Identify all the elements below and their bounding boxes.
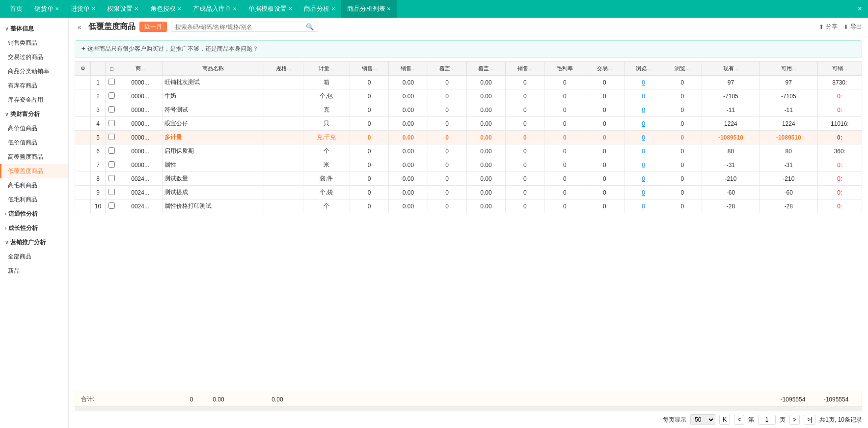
td-browse-a[interactable]: 0 xyxy=(624,186,663,200)
td-checkbox[interactable] xyxy=(106,158,118,172)
th-cover-a[interactable]: 覆盖... xyxy=(428,62,466,76)
browse-link[interactable]: 0 xyxy=(642,162,645,169)
th-trans[interactable]: 交易... xyxy=(585,62,624,76)
td-checkbox[interactable] xyxy=(106,103,118,117)
browse-link[interactable]: 0 xyxy=(642,134,645,141)
sidebar-item-low-value[interactable]: 低价值商品 xyxy=(0,136,68,150)
th-checkbox[interactable]: □ xyxy=(106,62,118,76)
first-page-button[interactable]: K xyxy=(719,415,730,425)
sidebar-collapse-icon[interactable]: « xyxy=(75,22,84,32)
sidebar-group-growth[interactable]: › 成长性分析 xyxy=(0,221,68,235)
row-checkbox[interactable] xyxy=(108,106,115,113)
nav-permissions[interactable]: 权限设置 × xyxy=(101,0,144,18)
th-browse-a[interactable]: 浏览... xyxy=(624,62,663,76)
sidebar-item-new-goods[interactable]: 新品 xyxy=(0,264,68,278)
nav-production[interactable]: 产成品入库单 × xyxy=(187,0,243,18)
sidebar-item-in-stock[interactable]: 有库存商品 xyxy=(0,79,68,93)
row-checkbox[interactable] xyxy=(108,161,115,168)
browse-link[interactable]: 0 xyxy=(642,107,645,114)
th-sales-amt[interactable]: 销售... xyxy=(389,62,428,76)
browse-link[interactable]: 0 xyxy=(642,189,645,196)
th-browse-b[interactable]: 浏览... xyxy=(663,62,702,76)
nav-purchase[interactable]: 进货单 × xyxy=(65,0,101,18)
browse-link[interactable]: 0 xyxy=(642,175,645,182)
td-browse-a[interactable]: 0 xyxy=(624,76,663,89)
td-browse-a[interactable]: 0 xyxy=(624,131,663,144)
sidebar-item-traded-goods[interactable]: 交易过的商品 xyxy=(0,50,68,64)
td-browse-a[interactable]: 0 xyxy=(624,89,663,103)
horizontal-scrollbar[interactable] xyxy=(75,407,862,411)
td-browse-a[interactable]: 0 xyxy=(624,144,663,158)
sidebar-group-overall[interactable]: ∨ 整体信息 xyxy=(0,22,68,36)
page-size-select[interactable]: 20 50 100 xyxy=(690,414,715,425)
sidebar-item-capital[interactable]: 库存资金占用 xyxy=(0,93,68,107)
td-browse-a[interactable]: 0 xyxy=(624,117,663,131)
row-checkbox[interactable] xyxy=(108,189,115,195)
nav-sales[interactable]: 销货单 × xyxy=(28,0,65,18)
sidebar-item-high-profit[interactable]: 高毛利商品 xyxy=(0,178,68,193)
browse-link[interactable]: 0 xyxy=(642,93,645,100)
td-checkbox[interactable] xyxy=(106,131,118,144)
browse-link[interactable]: 0 xyxy=(642,148,645,155)
td-checkbox[interactable] xyxy=(106,117,118,131)
next-page-button[interactable]: > xyxy=(789,415,800,425)
row-checkbox[interactable] xyxy=(108,92,115,99)
td-browse-a[interactable]: 0 xyxy=(624,103,663,117)
last-page-button[interactable]: >| xyxy=(804,415,815,425)
th-settings[interactable]: ⚙ xyxy=(75,62,91,76)
th-can-sell[interactable]: 可销... xyxy=(817,62,862,76)
th-sales-qty[interactable]: 销售... xyxy=(350,62,389,76)
nav-templates[interactable]: 单据模板设置 × xyxy=(243,0,298,18)
sidebar-item-low-coverage[interactable]: 低覆盖度商品 xyxy=(0,164,68,178)
td-checkbox[interactable] xyxy=(106,186,118,200)
search-input[interactable] xyxy=(175,24,306,30)
browse-link[interactable]: 0 xyxy=(642,79,645,86)
browse-link[interactable]: 0 xyxy=(642,120,645,127)
table-container[interactable]: ⚙ □ 商... 商品名称 规格... 计量... 销售... 销售... 覆盖… xyxy=(75,61,862,392)
sidebar-item-high-value[interactable]: 高价值商品 xyxy=(0,121,68,136)
row-checkbox[interactable] xyxy=(108,120,115,126)
th-cover-b[interactable]: 覆盖... xyxy=(466,62,505,76)
td-checkbox[interactable] xyxy=(106,144,118,158)
sidebar-item-high-coverage[interactable]: 高覆盖度商品 xyxy=(0,150,68,164)
row-checkbox[interactable] xyxy=(108,175,115,181)
nav-home[interactable]: 首页 xyxy=(4,0,28,18)
nav-product-analysis-list[interactable]: 商品分析列表 × xyxy=(341,0,397,18)
nav-product-analysis[interactable]: 商品分析 × xyxy=(298,0,341,18)
td-browse-a[interactable]: 0 xyxy=(624,172,663,186)
th-sales-c[interactable]: 销售... xyxy=(506,62,544,76)
th-unit[interactable]: 计量... xyxy=(303,62,350,76)
window-close-icon[interactable]: × xyxy=(858,4,862,13)
nav-roles[interactable]: 角色授权 × xyxy=(144,0,187,18)
th-gross-rate[interactable]: 毛利率 xyxy=(544,62,585,76)
th-spec[interactable]: 规格... xyxy=(264,62,303,76)
th-stock-b[interactable]: 可用... xyxy=(760,62,817,76)
row-checkbox[interactable] xyxy=(108,147,115,154)
sidebar-item-low-profit[interactable]: 低毛利商品 xyxy=(0,193,68,207)
sidebar-group-marketing[interactable]: ∨ 营销推广分析 xyxy=(0,235,68,250)
row-checkbox[interactable] xyxy=(108,79,115,85)
td-checkbox[interactable] xyxy=(106,76,118,89)
td-browse-a[interactable]: 0 xyxy=(624,158,663,172)
th-stock-a[interactable]: 现有... xyxy=(702,62,760,76)
search-icon[interactable]: 🔍 xyxy=(306,23,314,30)
sidebar-item-category-rate[interactable]: 商品分类动销率 xyxy=(0,64,68,79)
row-checkbox[interactable] xyxy=(108,134,115,140)
prev-page-button[interactable]: < xyxy=(734,415,744,425)
th-code[interactable]: 商... xyxy=(118,62,163,76)
share-button[interactable]: ⬆ 分享 xyxy=(819,23,838,31)
td-browse-a[interactable]: 0 xyxy=(624,200,663,213)
export-button[interactable]: ⬇ 导出 xyxy=(843,23,862,31)
current-page-input[interactable] xyxy=(758,415,776,425)
th-name[interactable]: 商品名称 xyxy=(163,62,264,76)
sidebar-group-circulation[interactable]: › 流通性分析 xyxy=(0,207,68,221)
td-checkbox[interactable] xyxy=(106,200,118,213)
time-filter-button[interactable]: 近一月 xyxy=(139,22,167,32)
sidebar-group-wealth[interactable]: ∨ 类财富分析 xyxy=(0,107,68,121)
row-checkbox[interactable] xyxy=(108,202,115,209)
sidebar-item-sales-goods[interactable]: 销售类商品 xyxy=(0,36,68,50)
td-checkbox[interactable] xyxy=(106,172,118,186)
td-checkbox[interactable] xyxy=(106,89,118,103)
sidebar-item-all-goods[interactable]: 全部商品 xyxy=(0,250,68,264)
browse-link[interactable]: 0 xyxy=(642,203,645,210)
